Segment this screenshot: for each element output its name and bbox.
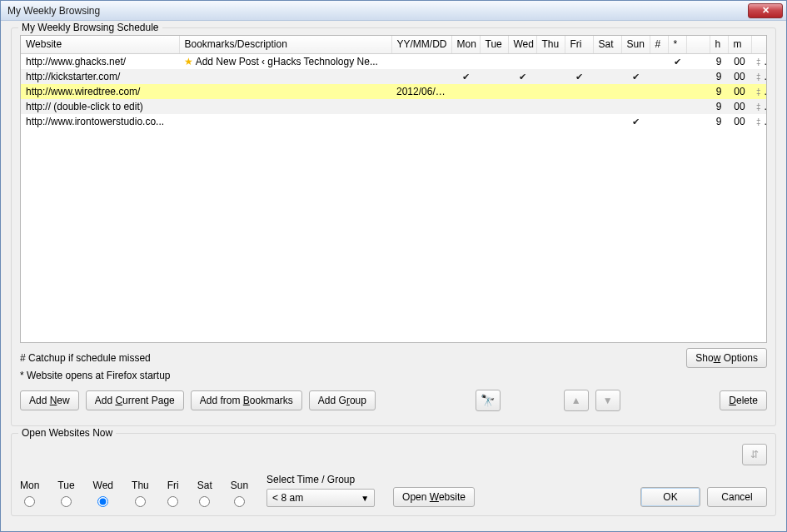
cell-hash[interactable] (650, 53, 668, 69)
cell-h[interactable]: 9 (710, 99, 728, 114)
add-new-button[interactable]: Add New (20, 390, 79, 410)
col-star[interactable]: * (668, 36, 686, 53)
time-select-combo[interactable]: < 8 am ▼ (266, 489, 375, 507)
day-radio-thu[interactable]: Thu (132, 480, 149, 507)
cell-star[interactable] (668, 114, 686, 129)
col-hash[interactable]: # (650, 36, 668, 53)
add-from-bookmarks-button[interactable]: Add from Bookmarks (191, 390, 302, 410)
day-radio-input[interactable] (135, 496, 146, 507)
col-mon[interactable]: Mon (451, 36, 480, 53)
cell-sat[interactable] (593, 114, 621, 129)
cell-m[interactable]: 00 (728, 114, 751, 129)
day-radio-tue[interactable]: Tue (57, 480, 74, 507)
cell-website[interactable]: http:// (double-click to edit) (21, 99, 179, 114)
cell-website[interactable]: http://kickstarter.com/ (21, 69, 179, 84)
cell-fri[interactable] (565, 53, 593, 69)
cell-tue[interactable] (480, 69, 508, 84)
cell-bookmark[interactable]: ★ Add New Post ‹ gHacks Technology Ne... (179, 53, 391, 69)
cell-m[interactable]: 00 (728, 99, 751, 114)
cell-star[interactable] (668, 99, 686, 114)
close-button[interactable]: ✕ (748, 3, 783, 18)
cell-fri[interactable] (565, 84, 593, 99)
move-up-button[interactable]: ▲ (564, 390, 589, 411)
cell-date[interactable] (391, 114, 451, 129)
cell-date[interactable] (391, 53, 451, 69)
table-row[interactable]: http://www.irontowerstudio.co...900 am (21, 114, 767, 129)
day-radio-input[interactable] (24, 496, 35, 507)
cell-ampm[interactable]: am (751, 69, 767, 84)
cell-website[interactable]: http://www.wiredtree.com/ (21, 84, 179, 99)
cell-bookmark[interactable] (179, 69, 391, 84)
cell-mon[interactable] (451, 53, 480, 69)
cell-sat[interactable] (593, 99, 621, 114)
day-radio-input[interactable] (199, 496, 210, 507)
day-radio-input[interactable] (61, 496, 72, 507)
cell-tue[interactable] (480, 53, 508, 69)
find-button[interactable]: 🔭 (476, 390, 501, 411)
col-website[interactable]: Website (21, 36, 179, 53)
cell-thu[interactable] (536, 53, 565, 69)
col-m[interactable]: m (728, 36, 751, 53)
move-down-button[interactable]: ▼ (595, 390, 620, 411)
cell-hash[interactable] (650, 84, 668, 99)
cell-thu[interactable] (536, 69, 565, 84)
day-radio-input[interactable] (234, 496, 245, 507)
cell-wed[interactable] (508, 114, 536, 129)
cell-mon[interactable] (451, 114, 480, 129)
cell-h[interactable]: 9 (710, 114, 728, 129)
cell-thu[interactable] (536, 84, 565, 99)
cell-website[interactable]: http://www.irontowerstudio.co... (21, 114, 179, 129)
col-sat[interactable]: Sat (593, 36, 621, 53)
cell-m[interactable]: 00 (728, 53, 751, 69)
cell-wed[interactable] (508, 53, 536, 69)
cell-thu[interactable] (536, 99, 565, 114)
cell-h[interactable]: 9 (710, 53, 728, 69)
cancel-button[interactable]: Cancel (707, 487, 767, 507)
cell-sun[interactable] (621, 114, 650, 129)
day-radio-fri[interactable]: Fri (167, 480, 179, 507)
cell-star[interactable] (668, 53, 686, 69)
cell-hash[interactable] (650, 69, 668, 84)
col-fri[interactable]: Fri (565, 36, 593, 53)
col-date[interactable]: YY/MM/DD (391, 36, 451, 53)
day-radio-wed[interactable]: Wed (93, 480, 113, 507)
cell-sat[interactable] (593, 53, 621, 69)
sort-button[interactable]: ⇵ (742, 444, 767, 465)
cell-wed[interactable] (508, 84, 536, 99)
cell-fri[interactable] (565, 114, 593, 129)
cell-fri[interactable] (565, 99, 593, 114)
cell-fri[interactable] (565, 69, 593, 84)
cell-star[interactable] (668, 69, 686, 84)
cell-hash[interactable] (650, 99, 668, 114)
cell-tue[interactable] (480, 84, 508, 99)
col-thu[interactable]: Thu (536, 36, 565, 53)
cell-bookmark[interactable] (179, 84, 391, 99)
cell-sat[interactable] (593, 69, 621, 84)
cell-h[interactable]: 9 (710, 69, 728, 84)
table-row[interactable]: http://www.ghacks.net/★ Add New Post ‹ g… (21, 53, 767, 69)
col-wed[interactable]: Wed (508, 36, 536, 53)
cell-h[interactable]: 9 (710, 84, 728, 99)
cell-star[interactable] (668, 84, 686, 99)
add-current-page-button[interactable]: Add Current Page (86, 390, 184, 410)
table-row[interactable]: http:// (double-click to edit)900 am (21, 99, 767, 114)
cell-m[interactable]: 00 (728, 84, 751, 99)
day-radio-input[interactable] (97, 496, 108, 507)
ok-button[interactable]: OK (640, 487, 700, 507)
table-row[interactable]: http://www.wiredtree.com/2012/06/13900 a… (21, 84, 767, 99)
col-tue[interactable]: Tue (480, 36, 508, 53)
cell-sun[interactable] (621, 53, 650, 69)
schedule-grid[interactable]: Website Bookmarks/Description YY/MM/DD M… (20, 35, 767, 343)
delete-button[interactable]: Delete (720, 390, 767, 410)
day-radio-input[interactable] (167, 496, 178, 507)
cell-sun[interactable] (621, 84, 650, 99)
cell-website[interactable]: http://www.ghacks.net/ (21, 53, 179, 69)
cell-mon[interactable] (451, 99, 480, 114)
cell-bookmark[interactable] (179, 99, 391, 114)
day-radio-sun[interactable]: Sun (231, 480, 248, 507)
cell-m[interactable]: 00 (728, 69, 751, 84)
cell-date[interactable] (391, 99, 451, 114)
cell-date[interactable] (391, 69, 451, 84)
col-sun[interactable]: Sun (621, 36, 650, 53)
col-bookmark[interactable]: Bookmarks/Description (179, 36, 391, 53)
